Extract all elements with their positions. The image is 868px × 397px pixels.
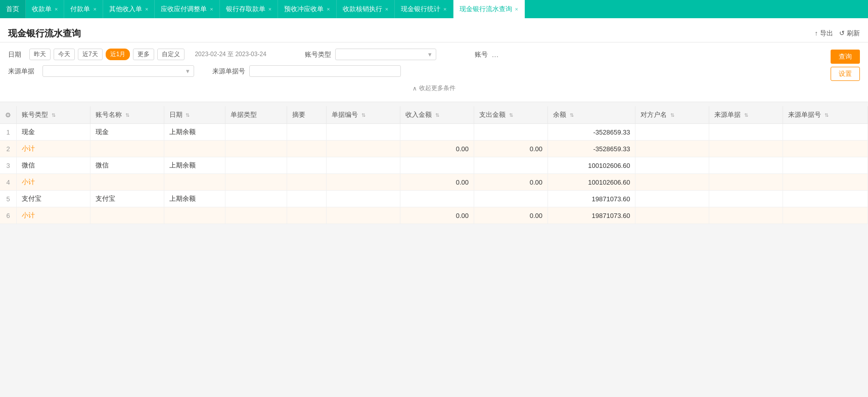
date-btn-today[interactable]: 今天 <box>54 49 75 60</box>
cell-account_name <box>90 174 164 191</box>
cell-income: 0.00 <box>400 141 474 157</box>
cell-date: 上期余额 <box>164 157 225 174</box>
cell-source_doc <box>709 174 783 191</box>
table-container: ⚙ 账号类型 ⇅ 账号名称 ⇅ 日期 ⇅ 单据类型 摘要 <box>0 106 868 224</box>
collapse-bar[interactable]: ∧ 收起更多条件 <box>8 82 860 96</box>
nav-ar-ap-adjust-close[interactable]: × <box>210 6 213 12</box>
cell-doc_no <box>327 157 400 174</box>
nav-receipt[interactable]: 收款单 × <box>26 0 64 18</box>
settings-button[interactable]: 设置 <box>831 67 860 81</box>
date-btn-7days[interactable]: 近7天 <box>78 49 103 60</box>
sort-counterpart-icon: ⇅ <box>670 112 674 118</box>
top-nav: 首页 收款单 × 付款单 × 其他收入单 × 应收应付调整单 × 银行存取款单 … <box>0 0 868 18</box>
col-doc-no[interactable]: 单据编号 ⇅ <box>327 106 400 124</box>
cell-source_doc_no <box>783 124 868 141</box>
nav-other-income-label: 其他收入单 <box>109 5 142 14</box>
col-account-name[interactable]: 账号名称 ⇅ <box>90 106 164 124</box>
cell-counterpart <box>635 124 709 141</box>
cell-balance: 100102606.60 <box>548 174 635 191</box>
sort-expense-icon: ⇅ <box>509 112 513 118</box>
cell-expense <box>474 157 548 174</box>
date-btn-custom[interactable]: 自定义 <box>157 49 185 60</box>
col-income[interactable]: 收入金额 ⇅ <box>400 106 474 124</box>
col-account-type[interactable]: 账号类型 ⇅ <box>17 106 90 124</box>
nav-payment-close[interactable]: × <box>93 6 96 12</box>
cell-expense: 0.00 <box>474 207 548 224</box>
col-settings[interactable]: ⚙ <box>0 106 17 124</box>
cell-account_name: 支付宝 <box>90 191 164 207</box>
nav-bank-stats-close[interactable]: × <box>443 6 446 12</box>
sort-balance-icon: ⇅ <box>570 112 574 118</box>
refresh-button[interactable]: ↺ 刷新 <box>839 29 860 38</box>
export-button[interactable]: ↑ 导出 <box>815 29 834 38</box>
cell-balance: -3528659.33 <box>548 141 635 157</box>
cell-summary <box>287 157 326 174</box>
cell-account_type: 小计 <box>17 174 90 191</box>
nav-bank-deposit-label: 银行存取款单 <box>226 5 265 14</box>
cell-account_type: 支付宝 <box>17 191 90 207</box>
cell-index: 4 <box>0 174 17 191</box>
account-label: 账号 <box>475 50 488 59</box>
sort-income-icon: ⇅ <box>435 112 439 118</box>
col-balance[interactable]: 余额 ⇅ <box>548 106 635 124</box>
nav-bank-stats[interactable]: 现金银行统计 × <box>395 0 453 18</box>
cell-source_doc_no <box>783 207 868 224</box>
source-doc-label: 来源单据 <box>8 67 34 76</box>
col-date[interactable]: 日期 ⇅ <box>164 106 225 124</box>
cell-summary <box>287 207 326 224</box>
cell-doc_type <box>225 157 287 174</box>
cell-date: 上期余额 <box>164 124 225 141</box>
account-dots[interactable]: ... <box>492 50 498 59</box>
nav-bank-deposit-close[interactable]: × <box>268 6 271 12</box>
cell-counterpart <box>635 157 709 174</box>
export-icon: ↑ <box>815 29 818 37</box>
sort-date-icon: ⇅ <box>186 112 190 118</box>
nav-verify-close[interactable]: × <box>385 6 388 12</box>
page-title: 现金银行流水查询 <box>8 27 81 39</box>
nav-receipt-close[interactable]: × <box>55 6 58 12</box>
col-source-doc[interactable]: 来源单据 ⇅ <box>709 106 783 124</box>
nav-other-income[interactable]: 其他收入单 × <box>103 0 155 18</box>
nav-verify[interactable]: 收款核销执行 × <box>337 0 395 18</box>
filter-row-1: 日期 昨天 今天 近7天 近1月 更多 自定义 2023-02-24 至 202… <box>8 49 823 60</box>
query-button[interactable]: 查询 <box>831 50 860 64</box>
cell-doc_type <box>225 174 287 191</box>
account-type-select[interactable]: ▾ <box>335 49 436 60</box>
source-doc-select[interactable]: ▾ <box>42 65 194 77</box>
date-btn-1month[interactable]: 近1月 <box>106 49 130 60</box>
cell-expense: 0.00 <box>474 174 548 191</box>
gear-icon[interactable]: ⚙ <box>5 111 11 119</box>
cell-balance: -3528659.33 <box>548 124 635 141</box>
nav-home[interactable]: 首页 <box>0 0 26 18</box>
date-btn-yesterday[interactable]: 昨天 <box>29 49 51 60</box>
refresh-icon: ↺ <box>839 29 845 37</box>
col-counterpart[interactable]: 对方户名 ⇅ <box>635 106 709 124</box>
refresh-label: 刷新 <box>847 29 860 38</box>
page-header: 现金银行流水查询 ↑ 导出 ↺ 刷新 <box>0 18 868 42</box>
col-expense[interactable]: 支出金额 ⇅ <box>474 106 548 124</box>
cell-expense <box>474 191 548 207</box>
table-row: 4小计0.000.00100102606.60 <box>0 174 868 191</box>
nav-bank-ledger-label: 现金银行流水查询 <box>460 5 512 14</box>
cell-doc_no <box>327 124 400 141</box>
cell-source_doc <box>709 207 783 224</box>
nav-ar-ap-adjust[interactable]: 应收应付调整单 × <box>155 0 219 18</box>
cell-doc_type <box>225 191 287 207</box>
nav-bank-ledger-close[interactable]: × <box>515 6 518 12</box>
data-table: ⚙ 账号类型 ⇅ 账号名称 ⇅ 日期 ⇅ 单据类型 摘要 <box>0 106 868 224</box>
nav-other-income-close[interactable]: × <box>145 6 148 12</box>
cell-summary <box>287 124 326 141</box>
cell-source_doc <box>709 141 783 157</box>
source-doc-no-input[interactable] <box>249 65 401 77</box>
col-source-doc-no[interactable]: 来源单据号 ⇅ <box>783 106 868 124</box>
nav-bank-deposit[interactable]: 银行存取款单 × <box>220 0 278 18</box>
nav-prepay-close[interactable]: × <box>327 6 330 12</box>
cell-account_name: 微信 <box>90 157 164 174</box>
cell-index: 3 <box>0 157 17 174</box>
date-btn-more[interactable]: 更多 <box>133 49 154 60</box>
nav-bank-ledger[interactable]: 现金银行流水查询 × <box>453 0 525 18</box>
nav-payment[interactable]: 付款单 × <box>64 0 103 18</box>
nav-prepay[interactable]: 预收冲应收单 × <box>278 0 336 18</box>
cell-account_type: 现金 <box>17 124 90 141</box>
header-actions: ↑ 导出 ↺ 刷新 <box>815 29 860 38</box>
